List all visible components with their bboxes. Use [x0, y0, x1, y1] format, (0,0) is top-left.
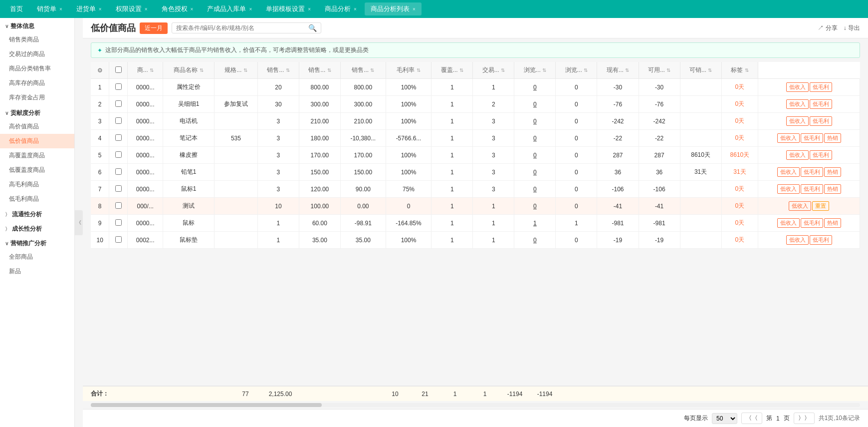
- browse-link[interactable]: 0: [533, 101, 537, 108]
- nav-item-角色授权[interactable]: 角色授权×: [156, 2, 200, 15]
- sidebar-group-营销推广分析[interactable]: ∨营销推广分析: [0, 235, 74, 250]
- share-button[interactable]: ↗ 分享: [818, 24, 837, 32]
- row-checkbox-input[interactable]: [115, 134, 122, 141]
- row-checkbox[interactable]: [109, 215, 128, 232]
- row-browse1[interactable]: 0: [514, 130, 556, 147]
- close-tab-icon[interactable]: ×: [308, 6, 311, 12]
- nav-item-销货单[interactable]: 销货单×: [31, 2, 68, 15]
- collapse-sidebar-button[interactable]: 《: [75, 210, 83, 235]
- col-name[interactable]: 商品名称 ⇅: [163, 62, 215, 79]
- sidebar-item-全部商品[interactable]: 全部商品: [0, 250, 74, 264]
- sidebar-item-低覆盖度商品[interactable]: 低覆盖度商品: [0, 163, 74, 177]
- close-tab-icon[interactable]: ×: [191, 6, 194, 12]
- close-tab-icon[interactable]: ×: [413, 6, 416, 12]
- row-checkbox[interactable]: [109, 79, 128, 96]
- col-browse1[interactable]: 浏览... ⇅: [514, 62, 556, 79]
- browse-link[interactable]: 0: [533, 186, 537, 193]
- row-checkbox-input[interactable]: [115, 100, 122, 107]
- nav-item-商品分析[interactable]: 商品分析×: [319, 2, 363, 15]
- browse-link[interactable]: 0: [533, 118, 537, 125]
- sidebar-item-交易过的商品[interactable]: 交易过的商品: [0, 47, 74, 61]
- col-settings[interactable]: ⚙: [91, 62, 109, 79]
- col-cov[interactable]: 覆盖... ⇅: [432, 62, 473, 79]
- col-sell[interactable]: 可销... ⇅: [680, 62, 721, 79]
- sidebar-item-新品[interactable]: 新品: [0, 264, 74, 279]
- sidebar-group-成长性分析[interactable]: 〉成长性分析: [0, 221, 74, 235]
- close-tab-icon[interactable]: ×: [249, 6, 252, 12]
- sidebar-item-高库存的商品[interactable]: 高库存的商品: [0, 76, 74, 90]
- browse-link[interactable]: 0: [533, 203, 537, 210]
- row-browse1[interactable]: 0: [514, 198, 556, 215]
- col-checkbox[interactable]: [109, 62, 128, 79]
- nav-item-单据模板设置[interactable]: 单据模板设置×: [260, 2, 317, 15]
- col-tags[interactable]: 标签 ⇅: [721, 62, 758, 79]
- sidebar-item-高价值商品[interactable]: 高价值商品: [0, 119, 74, 134]
- nav-item-商品分析列表[interactable]: 商品分析列表×: [365, 2, 422, 15]
- browse-link[interactable]: 0: [533, 237, 537, 244]
- row-checkbox-input[interactable]: [115, 202, 122, 209]
- browse-link[interactable]: 0: [533, 152, 537, 159]
- nav-item-权限设置[interactable]: 权限设置×: [110, 2, 154, 15]
- sidebar-item-高覆盖度商品[interactable]: 高覆盖度商品: [0, 148, 74, 163]
- scrollbar-track[interactable]: [91, 403, 860, 407]
- close-tab-icon[interactable]: ×: [99, 6, 102, 12]
- close-tab-icon[interactable]: ×: [354, 6, 357, 12]
- sidebar-item-低价值商品[interactable]: 低价值商品: [0, 134, 74, 148]
- sidebar-item-低毛利商品[interactable]: 低毛利商品: [0, 192, 74, 206]
- row-checkbox-input[interactable]: [115, 219, 122, 226]
- nav-item-产成品入库单[interactable]: 产成品入库单×: [201, 2, 258, 15]
- sidebar-item-库存资金占用[interactable]: 库存资金占用: [0, 90, 74, 105]
- export-button[interactable]: ↓ 导出: [844, 24, 860, 32]
- row-checkbox[interactable]: [109, 164, 128, 181]
- col-spec[interactable]: 规格... ⇅: [215, 62, 258, 79]
- row-browse1[interactable]: 1: [514, 215, 556, 232]
- row-checkbox[interactable]: [109, 232, 128, 249]
- first-page-button[interactable]: 〈〈: [741, 413, 762, 424]
- sidebar-group-贡献度分析[interactable]: ∨贡献度分析: [0, 105, 74, 119]
- nav-item-首页[interactable]: 首页: [4, 2, 29, 15]
- sidebar-item-销售类商品[interactable]: 销售类商品: [0, 32, 74, 47]
- sidebar-group-流通性分析[interactable]: 〉流通性分析: [0, 206, 74, 221]
- row-browse1[interactable]: 0: [514, 181, 556, 198]
- row-browse1[interactable]: 0: [514, 147, 556, 164]
- row-checkbox[interactable]: [109, 147, 128, 164]
- page-size-select[interactable]: 50 100 200: [712, 413, 737, 424]
- close-tab-icon[interactable]: ×: [145, 6, 148, 12]
- row-browse1[interactable]: 0: [514, 232, 556, 249]
- sidebar-item-商品分类销售率[interactable]: 商品分类销售率: [0, 61, 74, 76]
- row-checkbox[interactable]: [109, 113, 128, 130]
- sidebar-group-整体信息[interactable]: ∨整体信息: [0, 18, 74, 32]
- nav-item-进货单[interactable]: 进货单×: [70, 2, 108, 15]
- col-s1[interactable]: 销售... ⇅: [257, 62, 299, 79]
- browse-link[interactable]: 0: [533, 169, 537, 176]
- row-browse1[interactable]: 0: [514, 164, 556, 181]
- col-browse2[interactable]: 浏览... ⇅: [556, 62, 597, 79]
- row-browse1[interactable]: 0: [514, 79, 556, 96]
- row-checkbox-input[interactable]: [115, 236, 122, 243]
- close-tab-icon[interactable]: ×: [59, 6, 62, 12]
- col-avail[interactable]: 可用... ⇅: [639, 62, 680, 79]
- next-page-button[interactable]: 〉〉: [794, 413, 815, 424]
- search-input[interactable]: [176, 24, 306, 31]
- row-checkbox[interactable]: [109, 96, 128, 113]
- col-cur[interactable]: 现有... ⇅: [597, 62, 639, 79]
- row-checkbox[interactable]: [109, 181, 128, 198]
- row-browse1[interactable]: 0: [514, 96, 556, 113]
- row-checkbox-input[interactable]: [115, 117, 122, 124]
- row-checkbox[interactable]: [109, 198, 128, 215]
- row-browse1[interactable]: 0: [514, 113, 556, 130]
- browse-link[interactable]: 0: [533, 84, 537, 91]
- row-checkbox-input[interactable]: [115, 168, 122, 175]
- col-trade[interactable]: 交易... ⇅: [473, 62, 514, 79]
- browse-link[interactable]: 0: [533, 135, 537, 142]
- filter-button[interactable]: 近一月: [140, 22, 168, 34]
- select-all-checkbox[interactable]: [115, 66, 122, 73]
- row-checkbox-input[interactable]: [115, 151, 122, 158]
- col-s3[interactable]: 销售... ⇅: [340, 62, 386, 79]
- row-checkbox-input[interactable]: [115, 83, 122, 90]
- col-s2[interactable]: 销售... ⇅: [299, 62, 340, 79]
- browse-link[interactable]: 1: [533, 220, 537, 227]
- col-code[interactable]: 商... ⇅: [128, 62, 163, 79]
- col-rate[interactable]: 毛利率 ⇅: [386, 62, 432, 79]
- sidebar-item-高毛利商品[interactable]: 高毛利商品: [0, 177, 74, 192]
